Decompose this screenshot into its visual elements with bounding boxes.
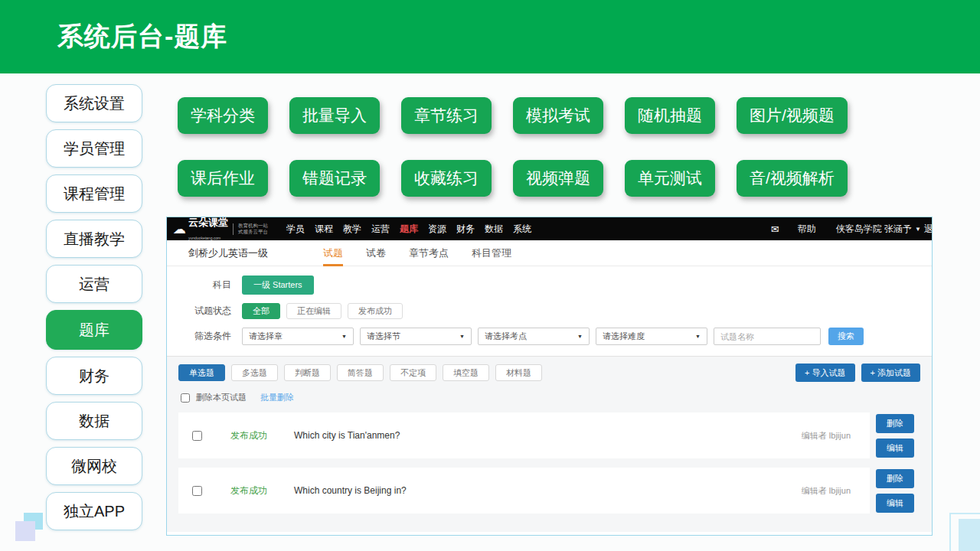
nav-question-bank[interactable]: 题库 [400,223,418,236]
delete-question-button[interactable]: 删除 [876,469,914,488]
feature-homework[interactable]: 课后作业 [178,160,268,197]
question-actions: 删除 编辑 [876,412,920,458]
sidebar-item-operations[interactable]: 运营 [46,265,142,303]
bulk-action-row: 删除本页试题 批量删除 [178,392,920,403]
search-button[interactable]: 搜索 [828,328,864,345]
qtype-multiple-choice[interactable]: 多选题 [231,364,278,381]
feature-random-draw[interactable]: 随机抽题 [625,97,715,134]
feature-row-2: 课后作业 错题记录 收藏练习 视频弹题 单元测试 音/视频解析 [178,160,936,197]
nav-operations[interactable]: 运营 [371,223,390,236]
sidebar-item-live-teaching[interactable]: 直播教学 [46,220,142,258]
decor-square-bottom-left-lavender [15,521,35,541]
logo-divider [233,223,234,235]
feature-wrong-question-record[interactable]: 错题记录 [289,160,380,197]
qtype-material[interactable]: 材料题 [495,364,542,381]
question-status: 发布成功 [230,429,267,442]
nav-data[interactable]: 数据 [485,223,503,236]
sidebar-item-finance[interactable]: 财务 [46,357,142,395]
nav-system[interactable]: 系统 [513,223,531,236]
feature-audio-video-analysis[interactable]: 音/视频解析 [737,160,848,197]
feature-subject-category[interactable]: 学科分类 [178,97,268,134]
question-type-row: 单选题 多选题 判断题 简答题 不定项 填空题 材料题 + 导入试题 + 添加试… [178,364,920,382]
tab-subject-management[interactable]: 科目管理 [472,240,511,266]
select-all-checkbox[interactable] [181,393,190,403]
qtype-indefinite[interactable]: 不定项 [390,364,436,381]
feature-chapter-practice[interactable]: 章节练习 [401,97,492,134]
question-actions: 删除 编辑 [876,468,920,514]
subject-tag[interactable]: 一级 Starters [242,276,314,295]
section-select[interactable]: 请选择节 ▼ [360,328,472,345]
feature-batch-import[interactable]: 批量导入 [289,97,380,134]
status-editing-button[interactable]: 正在编辑 [286,303,341,319]
point-select[interactable]: 请选择考点 ▼ [478,328,590,345]
feature-mock-exam[interactable]: 模拟考试 [513,97,603,134]
question-checkbox[interactable] [192,431,202,441]
sidebar-item-system-settings[interactable]: 系统设置 [46,84,142,122]
mail-icon[interactable]: ✉ [771,223,779,235]
edit-question-button[interactable]: 编辑 [876,439,914,458]
difficulty-select[interactable]: 请选择难度 ▼ [596,328,707,345]
delete-question-button[interactable]: 删除 [876,414,914,433]
cloud-icon: ☁ [173,221,186,237]
nav-students[interactable]: 学员 [286,223,305,236]
question-editor: 编辑者 lbjijun [802,485,851,497]
question-name-input[interactable] [714,328,821,345]
subject-filter-row: 科目 一级 Starters [178,276,932,295]
question-status: 发布成功 [230,484,267,497]
tab-papers[interactable]: 试卷 [366,240,386,266]
subject-label: 科目 [178,279,231,292]
feature-video-popup-question[interactable]: 视频弹题 [513,160,603,197]
account-menu[interactable]: 侠客岛学院 张涵予 [836,223,912,236]
question-row: 发布成功 Which country is Beijing in? 编辑者 lb… [178,468,920,514]
bulk-delete-link[interactable]: 批量删除 [260,392,294,403]
qtype-single-choice[interactable]: 单选题 [178,364,225,381]
question-editor: 编辑者 lbjijun [802,430,851,442]
sidebar-item-course-management[interactable]: 课程管理 [46,174,142,213]
question-text: Which country is Beijing in? [294,485,407,496]
tab-questions[interactable]: 试题 [323,240,343,266]
difficulty-select-value: 请选择难度 [603,331,645,342]
brand-logo[interactable]: ☁ 云朵课堂 yunduoketang.com 教育机构一站 式服务云平台 [173,217,268,243]
tab-chapter-points[interactable]: 章节考点 [409,240,449,266]
sidebar-item-standalone-app[interactable]: 独立APP [46,492,142,530]
feature-image-video-question[interactable]: 图片/视频题 [737,97,848,134]
logout-link[interactable]: 退出 [924,223,933,236]
status-label: 试题状态 [178,305,231,318]
add-question-button[interactable]: + 添加试题 [861,364,920,382]
feature-favorite-practice[interactable]: 收藏练习 [401,160,492,197]
caret-down-icon: ▼ [459,334,465,339]
admin-topnav-menu: 学员 课程 教学 运营 题库 资源 财务 数据 系统 [286,223,531,236]
nav-resources[interactable]: 资源 [428,223,446,236]
status-all-button[interactable]: 全部 [242,303,280,319]
chapter-select[interactable]: 请选择章 ▼ [242,328,354,345]
edit-question-button[interactable]: 编辑 [876,494,914,513]
question-checkbox[interactable] [192,486,202,496]
section-select-value: 请选择节 [367,331,400,342]
help-link[interactable]: 帮助 [798,223,816,236]
qtype-fill-blank[interactable]: 填空题 [443,364,489,381]
sidebar-item-question-bank[interactable]: 题库 [46,310,142,350]
course-title: 剑桥少儿英语一级 [188,246,268,260]
nav-courses[interactable]: 课程 [315,223,333,236]
chevron-down-icon: ▼ [915,226,921,233]
filter-section: 科目 一级 Starters 试题状态 全部 正在编辑 发布成功 筛选条件 请选… [167,266,932,356]
status-published-button[interactable]: 发布成功 [348,303,403,319]
question-row-main: 发布成功 Which country is Beijing in? 编辑者 lb… [178,468,870,514]
feature-row-1: 学科分类 批量导入 章节练习 模拟考试 随机抽题 图片/视频题 [178,97,936,134]
page-header: 系统后台-题库 [0,0,980,73]
import-questions-button[interactable]: + 导入试题 [795,364,854,382]
sidebar-item-micro-school[interactable]: 微网校 [46,447,142,485]
nav-teaching[interactable]: 教学 [343,223,361,236]
feature-unit-test[interactable]: 单元测试 [625,160,715,197]
point-select-value: 请选择考点 [485,331,527,342]
sidebar-item-student-management[interactable]: 学员管理 [46,129,142,168]
caret-down-icon: ▼ [577,334,583,339]
question-row: 发布成功 Which city is Tian'anmen? 编辑者 lbjij… [178,412,920,458]
qtype-true-false[interactable]: 判断题 [284,364,331,381]
admin-screenshot: ☁ 云朵课堂 yunduoketang.com 教育机构一站 式服务云平台 学员… [166,217,933,536]
qtype-short-answer[interactable]: 简答题 [337,364,384,381]
condition-label: 筛选条件 [178,330,231,343]
delete-page-label: 删除本页试题 [196,392,247,403]
sidebar-item-data[interactable]: 数据 [46,402,142,440]
nav-finance[interactable]: 财务 [456,223,475,236]
